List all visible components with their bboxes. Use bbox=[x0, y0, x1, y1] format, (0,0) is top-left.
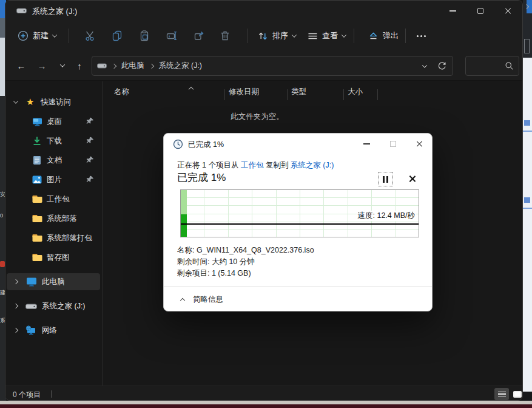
share-button[interactable] bbox=[187, 25, 210, 47]
sort-ascending-icon bbox=[189, 87, 194, 92]
sidebar-item-quick-access[interactable]: ★ 快速访问 bbox=[7, 93, 100, 110]
breadcrumb-drive[interactable]: 系统之家 (J:) bbox=[159, 61, 203, 71]
speed-graph-baseline bbox=[181, 223, 419, 225]
chevron-down-icon bbox=[342, 32, 346, 37]
pin-icon bbox=[86, 117, 94, 125]
recent-locations-button[interactable] bbox=[54, 56, 71, 75]
large-icons-view-icon bbox=[513, 391, 522, 398]
sort-arrows-icon bbox=[258, 31, 268, 41]
close-icon bbox=[505, 7, 512, 15]
folder-icon bbox=[32, 253, 42, 262]
cut-button[interactable] bbox=[79, 25, 102, 47]
rename-button[interactable] bbox=[160, 25, 183, 47]
address-bar[interactable]: 此电脑 系统之家 (J:) bbox=[92, 56, 453, 76]
copy-clock-icon bbox=[173, 139, 183, 149]
scissors-icon bbox=[84, 30, 96, 41]
column-header-date-modified[interactable]: 修改日期 bbox=[229, 87, 259, 97]
drive-icon bbox=[97, 63, 107, 69]
chevron-down-icon bbox=[52, 32, 57, 37]
status-bar: 0 个项目 bbox=[5, 386, 522, 401]
dialog-close-button[interactable] bbox=[410, 134, 429, 154]
copy-operation-text: 正在将 1 个项目从 工作包 复制到 系统之家 (J:) bbox=[177, 160, 334, 171]
sidebar-item-this-pc[interactable]: 此电脑 bbox=[7, 273, 100, 290]
source-folder-link[interactable]: 工作包 bbox=[241, 161, 264, 169]
forward-button[interactable]: → bbox=[33, 56, 50, 75]
close-button[interactable] bbox=[494, 1, 522, 21]
up-button[interactable]: ↑ bbox=[71, 56, 88, 75]
back-button[interactable]: ← bbox=[13, 56, 30, 75]
rename-icon bbox=[166, 30, 178, 42]
download-icon bbox=[32, 136, 42, 146]
sidebar-item-folder[interactable]: 系统部落打包 bbox=[7, 229, 100, 246]
dialog-maximize-button bbox=[383, 134, 403, 154]
details-view-icon bbox=[498, 390, 506, 398]
minimize-button[interactable] bbox=[439, 1, 466, 21]
delete-button[interactable] bbox=[214, 25, 237, 47]
file-name-line: 名称: G_WIN11_X64_Q8_V2022.376.iso bbox=[177, 245, 314, 256]
network-icon bbox=[25, 325, 36, 335]
time-remaining-line: 剩余时间: 大约 10 分钟 bbox=[177, 256, 314, 268]
sidebar-item-pictures[interactable]: 图片 bbox=[7, 171, 100, 188]
pin-icon bbox=[86, 137, 94, 144]
sidebar-item-desktop[interactable]: 桌面 bbox=[7, 113, 100, 130]
large-icons-view-button[interactable] bbox=[510, 388, 523, 400]
sidebar-item-folder[interactable]: 暂存图 bbox=[7, 249, 100, 266]
chevron-up-icon bbox=[180, 298, 185, 303]
column-header-type[interactable]: 类型 bbox=[291, 87, 306, 97]
paste-button[interactable] bbox=[133, 25, 156, 47]
pause-button[interactable] bbox=[378, 172, 393, 186]
details-toggle-row[interactable]: 简略信息 bbox=[164, 287, 432, 312]
sidebar-divider bbox=[102, 81, 103, 386]
copy-icon bbox=[111, 30, 123, 42]
destination-drive-link[interactable]: 系统之家 (J:) bbox=[291, 161, 334, 169]
search-input[interactable] bbox=[470, 59, 505, 73]
column-header-size[interactable]: 大小 bbox=[348, 87, 363, 97]
details-view-button[interactable] bbox=[494, 388, 509, 400]
folder-icon bbox=[32, 195, 42, 203]
sidebar-item-network[interactable]: 网络 bbox=[7, 322, 100, 339]
sort-button-label: 排序 bbox=[272, 30, 288, 41]
view-button[interactable]: 查看 bbox=[303, 25, 351, 47]
new-button[interactable]: 新建 bbox=[13, 25, 61, 47]
dialog-title-bar: 已完成 1% bbox=[164, 134, 432, 154]
chevron-right-icon[interactable] bbox=[13, 279, 18, 284]
pin-icon bbox=[86, 156, 94, 164]
chevron-down-icon bbox=[292, 32, 297, 37]
trash-icon bbox=[219, 30, 231, 42]
transfer-speed-graph: 速度: 12.4 MB/秒 bbox=[180, 189, 419, 237]
sidebar-item-downloads[interactable]: 下载 bbox=[7, 132, 100, 149]
sidebar-item-folder[interactable]: 工作包 bbox=[7, 191, 100, 208]
folder-icon bbox=[32, 214, 42, 223]
chevron-down-icon bbox=[60, 62, 65, 67]
sidebar-item-folder[interactable]: 系统部落 bbox=[7, 210, 100, 227]
breadcrumb-this-pc[interactable]: 此电脑 bbox=[121, 61, 144, 71]
column-header-name[interactable]: 名称 bbox=[114, 87, 129, 97]
chevron-down-icon[interactable] bbox=[13, 98, 18, 103]
new-button-label: 新建 bbox=[33, 30, 49, 41]
command-bar: 新建 bbox=[5, 21, 522, 50]
backdrop-bottom-dark bbox=[0, 404, 532, 408]
search-box[interactable] bbox=[465, 56, 519, 76]
sidebar-item-drive[interactable]: 系统之家 (J:) bbox=[7, 298, 100, 314]
sidebar-item-documents[interactable]: 文档 bbox=[7, 152, 100, 169]
dialog-title: 已完成 1% bbox=[188, 140, 224, 150]
cancel-copy-button[interactable] bbox=[408, 175, 416, 183]
folder-icon bbox=[32, 234, 42, 242]
more-options-button[interactable] bbox=[409, 25, 433, 47]
sort-button[interactable]: 排序 bbox=[253, 25, 301, 47]
eject-button[interactable]: 弹出 bbox=[363, 25, 403, 47]
speed-graph-fill bbox=[181, 190, 187, 237]
refresh-icon[interactable] bbox=[437, 61, 446, 70]
chevron-right-icon[interactable] bbox=[13, 304, 18, 308]
transfer-speed-label: 速度: 12.4 MB/秒 bbox=[357, 211, 416, 221]
copy-button[interactable] bbox=[106, 25, 129, 47]
chevron-right-icon[interactable] bbox=[13, 328, 18, 333]
maximize-button[interactable] bbox=[466, 1, 494, 21]
progress-percent-label: 已完成 1% bbox=[177, 171, 226, 185]
eject-button-label: 弹出 bbox=[383, 30, 399, 41]
ellipsis-icon bbox=[417, 35, 426, 37]
address-dropdown-icon[interactable] bbox=[422, 63, 427, 67]
item-count: 0 个项目 bbox=[13, 390, 41, 400]
dialog-minimize-button[interactable] bbox=[357, 134, 376, 154]
backdrop-red-icon bbox=[0, 261, 5, 267]
